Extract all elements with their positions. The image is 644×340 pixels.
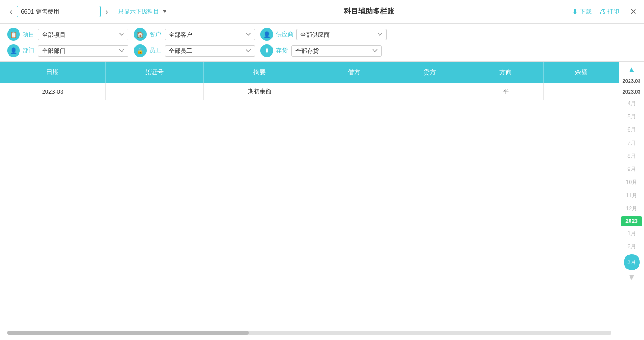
filter-customer: 🏠 客户 全部客户 <box>134 28 255 41</box>
col-credit: 贷方 <box>392 62 468 83</box>
inventory-select[interactable]: 全部存货 <box>291 45 382 57</box>
content-area: 日期 凭证号 摘要 借方 贷方 方向 余额 2023-03 期初余额 平 <box>0 62 644 340</box>
timeline-month-5[interactable]: 5月 <box>619 110 644 123</box>
customer-icon: 🏠 <box>134 28 147 41</box>
cell-date: 2023-03 <box>0 83 105 100</box>
timeline-month-10[interactable]: 10月 <box>619 176 644 189</box>
top-bar: ‹ › 只显示下级科目 科目辅助多栏账 ⬇ 下载 🖨 打印 ✕ <box>0 0 644 24</box>
cell-credit <box>392 83 468 100</box>
account-code-input[interactable] <box>17 6 101 17</box>
customer-select[interactable]: 全部客户 <box>165 29 255 40</box>
department-label: 部门 <box>23 47 35 55</box>
cell-summary: 期初余额 <box>203 83 316 100</box>
timeline-period-2[interactable]: 2023.03 <box>619 86 644 97</box>
nav-prev-button[interactable]: ‹ <box>7 7 15 17</box>
show-sublevel-text: 只显示下级科目 <box>118 8 159 16</box>
filter-area: 📋 项目 全部项目 🏠 客户 全部客户 👤 供应商 全部供应商 <box>0 24 644 62</box>
cell-direction: 平 <box>468 83 544 100</box>
customer-label: 客户 <box>149 30 162 38</box>
employee-label: 员工 <box>149 47 162 55</box>
show-sublevel-arrow-icon <box>163 10 166 13</box>
timeline-month-12[interactable]: 12月 <box>619 202 644 215</box>
project-label: 项目 <box>23 30 35 38</box>
employee-icon: 🔒 <box>134 44 147 57</box>
timeline-month-11[interactable]: 11月 <box>619 189 644 202</box>
timeline-month-9[interactable]: 9月 <box>619 163 644 176</box>
timeline-month-4[interactable]: 4月 <box>619 97 644 110</box>
supplier-label: 供应商 <box>276 30 294 38</box>
print-icon: 🖨 <box>599 8 606 15</box>
main-window: ‹ › 只显示下级科目 科目辅助多栏账 ⬇ 下载 🖨 打印 ✕ 📋 项目 <box>0 0 644 340</box>
col-debit: 借方 <box>316 62 392 83</box>
timeline-month-6[interactable]: 6月 <box>619 123 644 137</box>
inventory-icon: ⬇ <box>260 44 273 57</box>
filter-row-1: 📋 项目 全部项目 🏠 客户 全部客户 👤 供应商 全部供应商 <box>7 28 637 41</box>
scrollbar-container <box>0 331 619 335</box>
timeline-period-1[interactable]: 2023.03 <box>619 76 644 86</box>
col-direction: 方向 <box>468 62 544 83</box>
action-buttons: ⬇ 下载 🖨 打印 ✕ <box>572 7 637 17</box>
timeline-month-2[interactable]: 2月 <box>619 240 644 253</box>
col-balance: 余额 <box>544 62 619 83</box>
filter-row-2: 👤 部门 全部部门 🔒 员工 全部员工 ⬇ 存货 全部存货 <box>7 44 637 57</box>
department-icon: 👤 <box>7 44 20 57</box>
employee-select[interactable]: 全部员工 <box>165 45 255 57</box>
download-label: 下载 <box>580 8 592 16</box>
col-voucher: 凭证号 <box>105 62 203 83</box>
filter-supplier: 👤 供应商 全部供应商 <box>260 28 387 41</box>
show-sublevel-toggle[interactable]: 只显示下级科目 <box>118 8 166 16</box>
project-select[interactable]: 全部项目 <box>38 29 128 40</box>
scrollbar-thumb[interactable] <box>7 331 249 335</box>
print-button[interactable]: 🖨 打印 <box>599 8 619 16</box>
col-date: 日期 <box>0 62 105 83</box>
table-row[interactable]: 2023-03 期初余额 平 <box>0 83 619 100</box>
nav-next-button[interactable]: › <box>103 7 110 17</box>
download-button[interactable]: ⬇ 下载 <box>572 8 592 16</box>
filter-employee: 🔒 员工 全部员工 <box>134 44 255 57</box>
filter-inventory: ⬇ 存货 全部存货 <box>260 44 382 57</box>
timeline-month-3-current[interactable]: 3月 <box>624 254 640 270</box>
data-table: 日期 凭证号 摘要 借方 贷方 方向 余额 2023-03 期初余额 平 <box>0 62 619 100</box>
inventory-label: 存货 <box>276 47 289 55</box>
project-icon: 📋 <box>7 28 20 41</box>
download-icon: ⬇ <box>572 8 578 16</box>
col-summary: 摘要 <box>203 62 316 83</box>
cell-balance <box>544 83 619 100</box>
print-label: 打印 <box>607 8 619 16</box>
supplier-icon: 👤 <box>260 28 273 41</box>
table-header-row: 日期 凭证号 摘要 借方 贷方 方向 余额 <box>0 62 619 83</box>
cell-voucher <box>105 83 203 100</box>
timeline-month-7[interactable]: 7月 <box>619 137 644 150</box>
timeline-month-8[interactable]: 8月 <box>619 150 644 163</box>
horizontal-scrollbar[interactable] <box>7 331 611 335</box>
timeline-down-button[interactable]: ▼ <box>626 271 638 283</box>
page-title: 科目辅助多栏账 <box>166 7 572 16</box>
filter-project: 📋 项目 全部项目 <box>7 28 128 41</box>
right-sidebar: ▲ 2023.03 2023.03 4月 5月 6月 7月 8月 9月 10月 … <box>619 62 644 340</box>
close-button[interactable]: ✕ <box>630 7 637 17</box>
table-area: 日期 凭证号 摘要 借方 贷方 方向 余额 2023-03 期初余额 平 <box>0 62 619 340</box>
timeline-year-2023[interactable]: 2023 <box>621 216 642 226</box>
filter-department: 👤 部门 全部部门 <box>7 44 128 57</box>
cell-debit <box>316 83 392 100</box>
department-select[interactable]: 全部部门 <box>38 45 128 57</box>
timeline-month-1[interactable]: 1月 <box>619 227 644 240</box>
timeline-up-button[interactable]: ▲ <box>626 64 638 76</box>
supplier-select[interactable]: 全部供应商 <box>296 29 387 40</box>
